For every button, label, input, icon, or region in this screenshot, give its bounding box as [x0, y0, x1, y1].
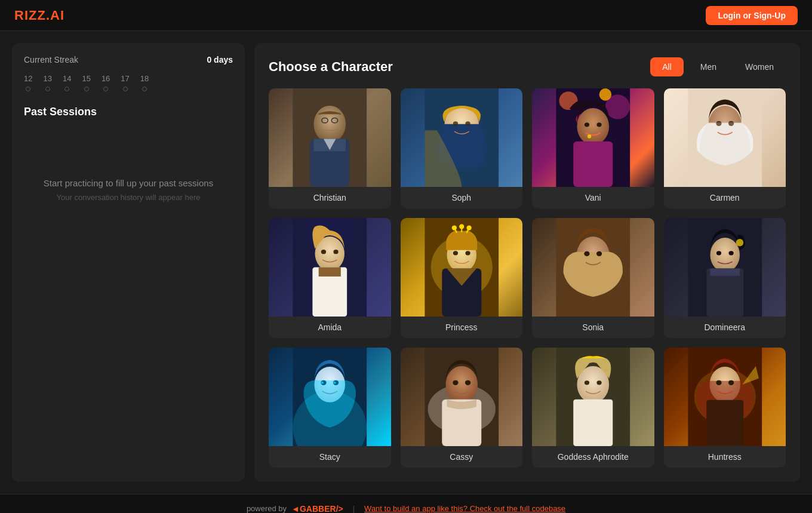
svg-point-68 — [596, 380, 601, 385]
streak-days: 12131415161718 — [24, 74, 233, 91]
streak-dot — [84, 87, 89, 91]
svg-point-56 — [321, 382, 324, 384]
gabber-logo: ◄GABBER/> — [291, 504, 343, 514]
svg-point-29 — [321, 250, 326, 254]
char-image-princess — [401, 218, 523, 317]
svg-rect-74 — [706, 400, 743, 446]
svg-point-36 — [466, 225, 471, 230]
char-card-huntress[interactable]: Huntress — [664, 348, 786, 468]
svg-rect-28 — [319, 268, 341, 277]
char-card-vani[interactable]: Vani — [532, 88, 654, 208]
char-card-princess[interactable]: Princess — [401, 218, 523, 338]
char-image-cassy — [401, 348, 523, 446]
svg-point-35 — [459, 224, 464, 229]
svg-point-34 — [451, 225, 456, 230]
char-name-christian: Christian — [269, 187, 391, 208]
char-name-princess: Princess — [401, 317, 523, 338]
svg-point-45 — [710, 238, 740, 272]
streak-day-number: 14 — [63, 74, 71, 83]
empty-sessions-sub: Your conversation history will appear he… — [57, 193, 201, 202]
filter-tabs: AllMenWomen — [650, 57, 786, 76]
streak-day-number: 12 — [24, 74, 32, 83]
streak-day: 13 — [43, 74, 51, 91]
login-button[interactable]: Login or Sign-Up — [706, 6, 798, 25]
filter-tab-all[interactable]: All — [650, 57, 684, 76]
page-title: Choose a Character — [269, 59, 393, 75]
streak-value: 0 days — [207, 55, 233, 64]
char-name-huntress: Huntress — [664, 446, 786, 468]
char-name-soph: Soph — [401, 187, 523, 208]
content-header: Choose a Character AllMenWomen — [269, 57, 786, 76]
char-image-goddess-aphrodite — [532, 348, 654, 446]
svg-point-42 — [584, 251, 589, 256]
char-card-stacy[interactable]: Stacy — [269, 348, 391, 468]
svg-point-73 — [728, 380, 733, 385]
footer-separator: | — [353, 504, 355, 513]
svg-point-17 — [585, 122, 589, 127]
char-card-amida[interactable]: Amida — [269, 218, 391, 338]
svg-point-19 — [588, 134, 591, 138]
streak-day: 16 — [102, 74, 110, 91]
filter-tab-women[interactable]: Women — [733, 57, 786, 76]
svg-point-50 — [736, 239, 743, 246]
char-name-goddess-aphrodite: Goddess Aphrodite — [532, 446, 654, 468]
char-image-soph — [401, 88, 523, 187]
char-name-carmen: Carmen — [664, 187, 786, 208]
char-image-sonia — [532, 218, 654, 317]
char-card-goddess-aphrodite[interactable]: Goddess Aphrodite — [532, 348, 654, 468]
char-name-sonia: Sonia — [532, 317, 654, 338]
char-image-vani — [532, 88, 654, 187]
streak-day: 12 — [24, 74, 32, 91]
svg-point-38 — [453, 251, 457, 255]
app-footer: powered by ◄GABBER/> | Want to build an … — [0, 494, 812, 513]
powered-by-text: powered by — [247, 504, 287, 513]
svg-point-8 — [453, 121, 457, 125]
svg-point-30 — [333, 250, 338, 254]
char-card-carmen[interactable]: Carmen — [664, 88, 786, 208]
char-card-christian[interactable]: Christian — [269, 88, 391, 208]
streak-dot — [26, 87, 30, 91]
filter-tab-men[interactable]: Men — [688, 57, 728, 76]
char-card-sonia[interactable]: Sonia — [532, 218, 654, 338]
cta-link[interactable]: Want to build an app like this? Check ou… — [364, 504, 565, 513]
streak-day-number: 17 — [121, 74, 129, 83]
svg-point-15 — [577, 108, 609, 145]
streak-day: 17 — [121, 74, 129, 91]
svg-point-43 — [596, 251, 602, 256]
svg-point-18 — [596, 122, 601, 127]
streak-dot — [142, 87, 147, 91]
char-image-huntress — [664, 348, 786, 446]
streak-label: Current Streak — [24, 55, 78, 64]
char-card-cassy[interactable]: Cassy — [401, 348, 523, 468]
char-image-domineera — [664, 218, 786, 317]
main-content: Choose a Character AllMenWomen Christian… — [254, 43, 800, 482]
app-header: RIZZ.AI Login or Sign-Up — [0, 0, 812, 31]
svg-point-39 — [465, 251, 470, 255]
empty-sessions-main: Start practicing to fill up your past se… — [44, 178, 213, 188]
svg-point-49 — [728, 251, 733, 255]
svg-rect-16 — [573, 142, 613, 187]
svg-point-48 — [716, 251, 721, 255]
past-sessions-title: Past Sessions — [24, 106, 233, 118]
svg-point-4 — [322, 118, 328, 123]
char-name-amida: Amida — [269, 317, 391, 338]
streak-day: 15 — [82, 74, 90, 91]
streak-day-number: 16 — [102, 74, 110, 83]
streak-dot — [103, 87, 108, 91]
char-image-carmen — [664, 88, 786, 187]
streak-day-number: 13 — [43, 74, 51, 83]
svg-point-67 — [585, 380, 589, 385]
char-image-stacy — [269, 348, 391, 446]
char-card-soph[interactable]: Soph — [401, 88, 523, 208]
svg-rect-47 — [710, 269, 740, 276]
svg-point-60 — [445, 366, 478, 403]
char-name-cassy: Cassy — [401, 446, 523, 468]
char-card-domineera[interactable]: Domineera — [664, 218, 786, 338]
char-name-stacy: Stacy — [269, 446, 391, 468]
streak-day-number: 18 — [140, 74, 149, 83]
char-name-domineera: Domineera — [664, 317, 786, 338]
svg-point-9 — [465, 121, 470, 125]
logo: RIZZ.AI — [14, 8, 64, 23]
streak-day-number: 15 — [82, 74, 90, 83]
svg-point-62 — [453, 380, 458, 385]
